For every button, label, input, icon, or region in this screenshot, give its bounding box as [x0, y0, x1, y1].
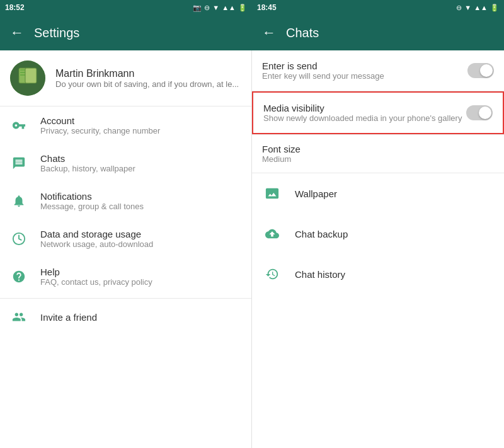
sim-status-icon: ⊖	[204, 4, 210, 12]
invite-friend-title: Invite a friend	[40, 312, 241, 323]
chats-top-bar: ← Chats	[252, 15, 504, 50]
help-icon	[10, 270, 28, 284]
avatar	[10, 60, 45, 96]
right-status-icons: ⊖ ▼ ▲▲ 🔋	[456, 4, 499, 12]
help-title: Help	[40, 267, 241, 277]
account-subtitle: Privacy, security, change number	[40, 126, 241, 135]
chats-item-text: Chats Backup, history, wallpaper	[40, 153, 241, 173]
enter-is-send-title: Enter is send	[262, 60, 467, 71]
sidebar-item-help[interactable]: Help FAQ, contact us, privacy policy	[0, 258, 251, 296]
chat-history-title: Chat history	[295, 269, 345, 280]
left-status-bar: 18:52 📷 ⊖ ▼ ▲▲ 🔋	[0, 0, 252, 15]
data-storage-icon	[10, 232, 28, 246]
left-time: 18:52	[5, 3, 25, 12]
right-wifi-icon: ▼	[464, 4, 471, 11]
font-size-item[interactable]: Font size Medium	[252, 135, 504, 173]
wifi-status-icon: ▼	[212, 4, 219, 11]
settings-title: Settings	[34, 26, 79, 40]
chat-backup-title: Chat backup	[295, 229, 348, 239]
chats-back-button[interactable]: ←	[262, 25, 276, 41]
chat-history-icon	[262, 264, 282, 284]
help-subtitle: FAQ, contact us, privacy policy	[40, 277, 241, 287]
avatar-image	[10, 60, 45, 96]
enter-is-send-text: Enter is send Enter key will send your m…	[262, 60, 467, 81]
data-storage-subtitle: Network usage, auto-download	[40, 239, 241, 249]
notifications-icon	[10, 194, 28, 208]
right-sim-icon: ⊖	[456, 4, 462, 12]
notifications-item-text: Notifications Message, group & call tone…	[40, 191, 241, 211]
data-storage-item-text: Data and storage usage Network usage, au…	[40, 229, 241, 249]
notifications-subtitle: Message, group & call tones	[40, 202, 241, 211]
signal-status-icon: ▲▲	[222, 4, 236, 11]
chats-settings-panel: Enter is send Enter key will send your m…	[252, 50, 504, 448]
invite-friend-icon	[10, 310, 28, 324]
settings-divider	[0, 298, 251, 299]
left-status-icons: 📷 ⊖ ▼ ▲▲ 🔋	[193, 4, 247, 12]
chat-backup-icon	[262, 224, 282, 244]
key-icon	[10, 118, 28, 132]
font-size-value: Medium	[262, 154, 494, 164]
profile-name: Martin Brinkmann	[55, 68, 241, 79]
media-visibility-subtitle: Show newly downloaded media in your phon…	[263, 113, 466, 123]
account-title: Account	[40, 115, 241, 126]
enter-is-send-toggle[interactable]	[467, 63, 494, 78]
account-item-text: Account Privacy, security, change number	[40, 115, 241, 135]
enter-is-send-subtitle: Enter key will send your message	[262, 71, 467, 81]
right-status-bar: 18:45 ⊖ ▼ ▲▲ 🔋	[252, 0, 504, 15]
help-item-text: Help FAQ, contact us, privacy policy	[40, 267, 241, 287]
sidebar-item-account[interactable]: Account Privacy, security, change number	[0, 106, 251, 144]
right-battery-icon: 🔋	[490, 4, 499, 12]
chats-icon	[10, 156, 28, 170]
enter-is-send-item[interactable]: Enter is send Enter key will send your m…	[252, 50, 504, 91]
notifications-title: Notifications	[40, 191, 241, 202]
chats-setting-title: Chats	[40, 153, 241, 164]
font-size-title: Font size	[262, 144, 494, 154]
camera-status-icon: 📷	[193, 4, 202, 12]
right-time: 18:45	[257, 3, 277, 12]
media-visibility-text: Media visibility Show newly downloaded m…	[263, 103, 466, 123]
profile-section[interactable]: Martin Brinkmann Do your own bit of savi…	[0, 50, 251, 106]
chats-title: Chats	[286, 26, 319, 40]
profile-info: Martin Brinkmann Do your own bit of savi…	[55, 68, 241, 89]
sidebar-item-data-storage[interactable]: Data and storage usage Network usage, au…	[0, 220, 251, 258]
media-visibility-toggle[interactable]	[466, 105, 493, 120]
sidebar-item-notifications[interactable]: Notifications Message, group & call tone…	[0, 182, 251, 220]
battery-status-icon: 🔋	[238, 4, 247, 12]
media-visibility-title: Media visibility	[263, 103, 466, 113]
invite-friend-text: Invite a friend	[40, 312, 241, 323]
settings-panel: Martin Brinkmann Do your own bit of savi…	[0, 50, 252, 448]
sidebar-item-invite-friend[interactable]: Invite a friend	[0, 301, 251, 333]
wallpaper-item[interactable]: Wallpaper	[252, 173, 504, 214]
right-signal-icon: ▲▲	[474, 4, 488, 11]
settings-back-button[interactable]: ←	[10, 25, 24, 41]
wallpaper-icon	[262, 183, 282, 204]
wallpaper-title: Wallpaper	[295, 188, 337, 199]
sidebar-item-chats[interactable]: Chats Backup, history, wallpaper	[0, 144, 251, 182]
chat-backup-item[interactable]: Chat backup	[252, 214, 504, 254]
chats-setting-subtitle: Backup, history, wallpaper	[40, 164, 241, 173]
profile-status: Do your own bit of saving, and if you dr…	[55, 79, 241, 89]
settings-top-bar: ← Settings	[0, 15, 252, 50]
media-visibility-item[interactable]: Media visibility Show newly downloaded m…	[252, 91, 504, 134]
svg-rect-5	[25, 68, 37, 83]
chat-history-item[interactable]: Chat history	[252, 254, 504, 294]
data-storage-title: Data and storage usage	[40, 229, 241, 239]
